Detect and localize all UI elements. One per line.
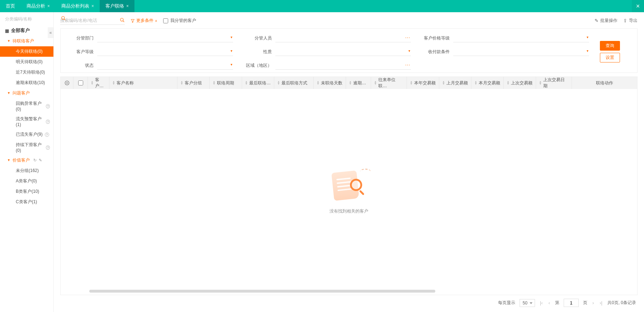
search-icon[interactable] <box>61 16 66 22</box>
column-header-label: 上次交易额 <box>511 80 532 86</box>
filter-nature-select[interactable]: ▾ <box>275 47 411 56</box>
more-conditions-label: 更多条件 <box>136 18 153 24</box>
sidebar-item-label: 流失预警客户(1) <box>16 116 44 127</box>
tab-customer-contact[interactable]: 客户联络 × <box>100 0 134 12</box>
search-icon[interactable] <box>120 18 125 24</box>
filter-price-level-select[interactable]: ▾ <box>453 34 589 42</box>
svg-line-3 <box>123 20 124 22</box>
filter-label: 客户等级 <box>66 49 94 55</box>
settings-button-label: 设置 <box>606 55 614 60</box>
export-icon: ⇪ <box>623 18 627 23</box>
column-header[interactable]: ▲▼最后联络… <box>242 77 274 89</box>
sidebar-item-label: 回购异常客户(0) <box>16 101 44 112</box>
search-input[interactable] <box>60 17 120 24</box>
column-header[interactable]: ▲▼上月交易额 <box>439 77 472 89</box>
more-conditions-toggle[interactable]: 更多条件 ∧ <box>131 18 157 24</box>
column-header-label: 客户… <box>95 77 106 89</box>
column-header[interactable]: ▲▼上次交易额 <box>504 77 536 89</box>
column-header[interactable]: ▲▼客户分组 <box>177 77 210 89</box>
per-page-select[interactable]: 50 <box>520 299 535 307</box>
caret-down-icon: ▼ <box>7 91 10 95</box>
sidebar-item-class-a[interactable]: A类客户(0) <box>0 176 53 186</box>
column-header[interactable]: ▲▼最后联络方式 <box>274 77 314 89</box>
category-search-input[interactable] <box>5 17 59 22</box>
sidebar-cat-pending[interactable]: ▼ 待联络客户 <box>0 36 53 46</box>
prev-page-button[interactable]: ‹ <box>548 300 551 306</box>
column-header[interactable]: ▲▼本月交易额 <box>472 77 504 89</box>
select-all-checkbox[interactable] <box>74 77 88 89</box>
filter-payment-select[interactable]: ▾ <box>453 47 589 56</box>
tab-home[interactable]: 首页 <box>0 0 21 12</box>
filter-person-picker[interactable]: ··· <box>275 34 411 42</box>
column-header[interactable]: ▲▼本年交易额 <box>407 77 439 89</box>
horizontal-scrollbar[interactable] <box>89 290 435 293</box>
sidebar-item-churned[interactable]: 已流失客户(9)? <box>0 129 53 140</box>
sidebar-item-repurchase-anomaly[interactable]: 回购异常客户(0)? <box>0 98 53 114</box>
first-page-button[interactable]: |‹ <box>539 300 544 306</box>
close-icon[interactable]: × <box>126 4 129 9</box>
sidebar-item-class-b[interactable]: B类客户(10) <box>0 186 53 197</box>
sidebar-collapse-button[interactable]: « <box>48 27 53 38</box>
column-header[interactable]: ▲▼未联络天数 <box>314 77 346 89</box>
chevron-down-icon: ▾ <box>587 35 588 39</box>
sidebar-item-overdue-contact[interactable]: 逾期未联络(10) <box>0 78 53 88</box>
close-icon[interactable]: × <box>91 4 94 9</box>
column-header[interactable]: ▲▼客户名称 <box>109 77 177 89</box>
filter-cust-level-select[interactable]: ▾ <box>97 47 233 56</box>
sidebar-item-today-contact[interactable]: 今天待联络(0) <box>0 46 53 57</box>
help-icon[interactable]: ? <box>45 132 49 137</box>
column-header[interactable]: ▲▼客户… <box>88 77 109 89</box>
sidebar-item-label: 持续下滑客户(0) <box>16 142 44 153</box>
page-input[interactable] <box>564 299 579 307</box>
column-header[interactable]: ▲▼联络周期 <box>210 77 242 89</box>
sidebar-item-label: 已流失客户(9) <box>16 131 43 138</box>
gear-icon <box>65 80 70 85</box>
filter-label: 状态 <box>66 62 94 69</box>
column-settings-button[interactable] <box>61 77 74 89</box>
filter-region-picker[interactable]: ··· <box>275 61 411 70</box>
svg-point-0 <box>62 17 65 19</box>
settings-button[interactable]: 设置 <box>600 53 620 62</box>
chevron-up-icon: ∧ <box>155 19 157 23</box>
refresh-icon[interactable]: ↻ <box>33 158 37 163</box>
filter-status-select[interactable]: ▾ <box>97 61 233 70</box>
last-page-button[interactable]: ›| <box>599 300 603 306</box>
column-header[interactable]: ▲▼往来单位联… <box>371 77 407 89</box>
filter-panel: 分管部门▾ 分管人员··· 客户价格等级▾ 查询 设置 客户等级▾ 性质▾ 收付… <box>60 28 638 73</box>
query-button[interactable]: 查询 <box>600 41 620 51</box>
close-all-tabs-button[interactable]: × <box>632 0 644 12</box>
sidebar-item-ungrouped[interactable]: 未分组(162) <box>0 166 53 176</box>
sidebar-item-7day-contact[interactable]: 近7天待联络(0) <box>0 67 53 78</box>
help-icon[interactable]: ? <box>46 145 50 150</box>
batch-action-button[interactable]: ✎ 批量操作 <box>595 18 617 24</box>
help-icon[interactable]: ? <box>46 120 50 124</box>
filter-dept-select[interactable]: ▾ <box>97 34 233 42</box>
sidebar-all-customers[interactable]: ▦ 全部客户 <box>0 25 53 36</box>
sidebar-item-churn-warning[interactable]: 流失预警客户(1)? <box>0 114 53 129</box>
column-header-label: 联络周期 <box>217 80 234 86</box>
export-button[interactable]: ⇪ 导出 <box>623 18 638 24</box>
sort-icon: ▲▼ <box>91 81 94 85</box>
sidebar-cat-label: 待联络客户 <box>13 38 34 44</box>
table-header-wrap: ▲▼客户… ▲▼客户名称 ▲▼客户分组 ▲▼联络周期 ▲▼最后联络… ▲▼最后联… <box>60 76 638 89</box>
column-header[interactable]: ▲▼逾期… <box>346 77 371 89</box>
sidebar-item-declining[interactable]: 持续下滑客户(0)? <box>0 140 53 155</box>
tab-product-analysis-list[interactable]: 商品分析列表 × <box>56 0 100 12</box>
my-customers-checkbox[interactable]: 我分管的客户 <box>163 18 196 24</box>
tab-label: 首页 <box>6 3 15 9</box>
edit-icon[interactable]: ✎ <box>39 158 42 163</box>
sidebar-cat-problem[interactable]: ▼ 问题客户 <box>0 88 53 98</box>
sidebar-item-tomorrow-contact[interactable]: 明天待联络(0) <box>0 57 53 67</box>
close-icon[interactable]: × <box>47 4 50 9</box>
help-icon[interactable]: ? <box>46 104 50 108</box>
sidebar-item-label: 今天待联络(0) <box>16 48 43 55</box>
sidebar-cat-value[interactable]: ▼ 价值客户 ↻ ✎ <box>0 155 53 166</box>
column-header[interactable]: ▲▼上次交易日期 <box>536 77 572 89</box>
tab-product-analysis[interactable]: 商品分析 × <box>21 0 56 12</box>
next-page-button[interactable]: › <box>592 300 595 306</box>
my-customers-checkbox-input[interactable] <box>163 18 168 23</box>
per-page-value: 50 <box>523 301 527 306</box>
sort-icon: ▲▼ <box>507 81 510 85</box>
sidebar-item-class-c[interactable]: C类客户(1) <box>0 197 53 207</box>
select-all-checkbox-input[interactable] <box>78 80 83 85</box>
